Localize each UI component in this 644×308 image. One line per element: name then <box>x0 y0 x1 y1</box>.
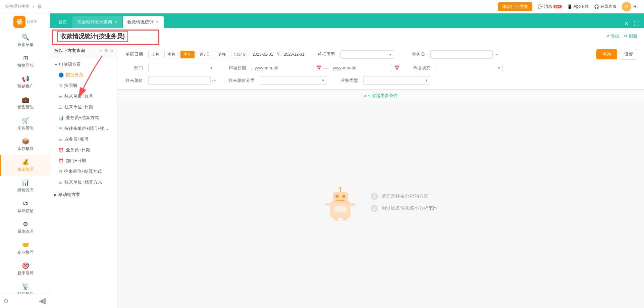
counterpart-more-btn[interactable]: ··· <box>212 78 216 84</box>
top-header: 畅捷通好生意 ▾ ⚙ 体验行业方案 💬 消息 99+ 📱 App下载 🎧 在线客… <box>0 0 644 13</box>
collapse-bar[interactable]: ∧∧ 收起更多条件 <box>117 90 644 101</box>
voucher-type-select[interactable] <box>340 50 394 59</box>
sidebar-item-system[interactable]: ⚙ 系统管理 <box>0 217 50 238</box>
app-download-btn[interactable]: 📱 App下载 <box>567 4 589 9</box>
scheme-item-salesperson-date[interactable]: ⏰ 业务员+日期 <box>50 145 117 155</box>
online-service-label: 在线客服 <box>600 4 616 9</box>
date-btn-this-year[interactable]: 本年 <box>180 51 195 58</box>
sidebar-item-operation[interactable]: 📊 经营管理 <box>0 176 50 197</box>
tab-bank-flow-close[interactable]: ✕ <box>114 20 117 24</box>
scheme-item-unit-settle2[interactable]: ☰ 往来单位+结算方式 <box>50 177 117 188</box>
counterpart-input[interactable] <box>148 76 211 85</box>
maximize-btn[interactable]: ⛶ <box>633 19 641 28</box>
counterpart-cat-select-wrap <box>260 76 327 85</box>
calendar-to-icon[interactable]: 📅 <box>394 65 399 70</box>
scheme-item-by-salesperson[interactable]: 🔵 按业务员 <box>50 69 117 80</box>
date-btn-more[interactable]: 更多 <box>215 51 229 58</box>
sidebar-item-enterprise[interactable]: 🤝 企业协同 <box>0 238 50 259</box>
hint-num-2: 2 <box>371 205 378 212</box>
sidebar-item-purchase[interactable]: 🛒 采购管理 <box>0 113 50 134</box>
right-panel: 单据日期 上月 本月 本年 近7天 更多 自定义 2023-01-01 至 20… <box>117 44 644 308</box>
desktop-group-header[interactable]: ▼ 电脑端方案 <box>50 59 117 69</box>
panel-collapse-btn[interactable]: « <box>110 48 113 53</box>
sidebar-item-guide[interactable]: 🎯 新手引导 <box>0 259 50 279</box>
sidebar-item-basic[interactable]: 🗂 基础信息 <box>0 197 50 217</box>
salesperson-input[interactable] <box>430 50 493 59</box>
online-service-btn[interactable]: 🎧 在线客服 <box>594 4 616 9</box>
tab-home[interactable]: 首页 <box>54 16 72 28</box>
scheme-item-dept-date[interactable]: ⏰ 部门+日期 <box>50 155 117 166</box>
collapse-sidebar-icon[interactable]: ◀‖ <box>39 297 47 305</box>
date-dash: — <box>323 65 328 70</box>
sidebar-item-label: 搜索菜单 <box>17 42 34 48</box>
marketing-icon: 📢 <box>22 75 29 83</box>
svg-rect-4 <box>336 200 344 201</box>
sidebar-item-inventory[interactable]: 📦 库存核算 <box>0 134 50 155</box>
calendar-from-icon[interactable]: 📅 <box>316 65 321 70</box>
query-button[interactable]: 查询 <box>596 49 617 59</box>
salesperson-label: 业务员 <box>406 51 425 57</box>
sidebar-item-iot[interactable]: 📡 智能硬件 <box>0 279 50 294</box>
sidebar-item-quicknav[interactable]: ⊞ 快捷导航 <box>0 51 50 72</box>
date-label: 单据日期 <box>124 51 143 57</box>
export-label: 导出 <box>611 33 620 39</box>
date-btn-7days[interactable]: 近7天 <box>197 51 213 58</box>
sidebar-nav: 🔍 搜索菜单 ⊞ 快捷导航 📢 营销推广 💼 销售管理 🛒 采购管理 📦 库存核… <box>0 30 50 294</box>
settings-bottom-icon[interactable]: ⚙ <box>3 297 9 305</box>
tab-collection-stat[interactable]: 收款情况统计 ✕ <box>123 16 164 28</box>
scheme-item-unit-settle1[interactable]: ⊞ 往来单位+结算方式 <box>50 166 117 177</box>
filter-row-3: 往来单位 ··· 往来单位分类 业务类型 <box>124 76 637 85</box>
sidebar-item-finance[interactable]: 💰 资金管理 <box>0 155 50 176</box>
empty-content: 1 请先选择要分析的方案 2 用过滤条件来缩小分析范围 <box>324 186 438 223</box>
panel-settings-btn[interactable]: ⚙ <box>104 48 108 53</box>
sales-icon: 💼 <box>22 96 29 103</box>
date-btn-last-month[interactable]: 上月 <box>148 51 162 58</box>
empty-area: 1 请先选择要分析的方案 2 用过滤条件来缩小分析范围 <box>117 101 644 308</box>
voucher-status-select[interactable] <box>436 64 503 72</box>
sidebar-item-label: 快捷导航 <box>17 63 34 68</box>
sidebar: 畅 标准版 🔍 搜索菜单 ⊞ 快捷导航 📢 营销推广 💼 销售管理 🛒 采购管理… <box>0 13 50 308</box>
dept-select[interactable] <box>148 64 215 72</box>
review-date-from[interactable] <box>252 64 314 72</box>
svg-point-8 <box>339 187 341 189</box>
tab-home-label: 首页 <box>58 19 67 25</box>
avatar: R <box>622 2 631 11</box>
scheme-item-unit-dept-collect[interactable]: ☰ 按往来单位+部门+收... <box>50 123 117 134</box>
trial-button[interactable]: 体验行业方案 <box>498 2 532 11</box>
scheme-item-by-detail[interactable]: ⊞ 按明细 <box>50 80 117 91</box>
export-btn[interactable]: ↗ 导出 <box>606 33 620 39</box>
settings-icon[interactable]: ⚙ <box>37 3 42 10</box>
date-btn-this-month[interactable]: 本月 <box>164 51 178 58</box>
sidebar-tag: 标准版 <box>27 19 37 24</box>
voucher-type-select-wrap <box>340 50 394 59</box>
sidebar-item-marketing[interactable]: 📢 营销推广 <box>0 72 50 93</box>
scheme-item-salesperson-settle[interactable]: 📊 业务员+结算方式 <box>50 112 117 123</box>
tab-bank-flow[interactable]: 现金银行流水查询 ✕ <box>72 16 122 28</box>
scheme-item-salesperson-account[interactable]: ☰ 业务员+账号 <box>50 134 117 145</box>
date-btn-custom[interactable]: 自定义 <box>231 51 249 58</box>
voucher-type-label: 单据类型 <box>316 51 335 57</box>
refresh-btn[interactable]: ↺ 刷新 <box>624 33 637 39</box>
business-type-label: 业务类型 <box>339 78 358 84</box>
mobile-group-header[interactable]: ▶ 移动端方案 <box>50 190 117 200</box>
message-btn[interactable]: 💬 消息 99+ <box>538 4 562 9</box>
sidebar-item-sales[interactable]: 💼 销售管理 <box>0 93 50 113</box>
tab-collection-stat-close[interactable]: ✕ <box>156 20 159 24</box>
business-type-select[interactable] <box>363 76 430 85</box>
voucher-status-label: 单据状态 <box>412 65 430 71</box>
refresh-label: 刷新 <box>629 33 637 39</box>
scheme-item-label: 按明细 <box>64 83 77 89</box>
review-date-to[interactable] <box>330 64 392 72</box>
scheme-item-label: 往来单位+日期 <box>64 104 93 110</box>
counterpart-cat-select[interactable] <box>260 76 327 85</box>
dept-select-wrap <box>148 64 215 72</box>
close-tab-btn[interactable]: ✕ <box>623 19 630 28</box>
scheme-item-unit-account[interactable]: ☰ 往来单位+账号 <box>50 91 117 102</box>
panel-add-btn[interactable]: + <box>99 48 102 53</box>
sp-settle-icon: 📊 <box>58 115 64 120</box>
sidebar-item-search[interactable]: 🔍 搜索菜单 <box>0 30 50 51</box>
scheme-item-unit-date[interactable]: ☰ 往来单位+日期 <box>50 102 117 112</box>
setting-button[interactable]: 设置 <box>620 49 637 60</box>
salesperson-more-btn[interactable]: ··· <box>494 51 498 57</box>
mobile-scheme-group: ▶ 移动端方案 <box>50 190 117 200</box>
